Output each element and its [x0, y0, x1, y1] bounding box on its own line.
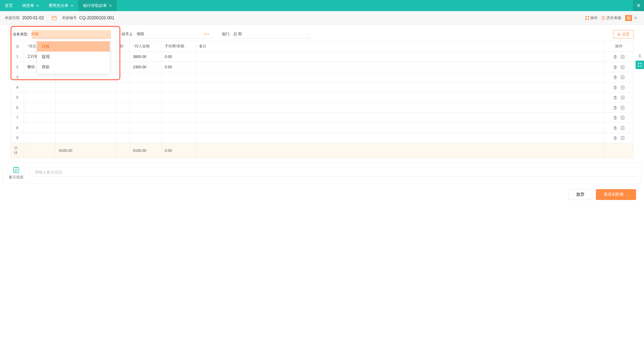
- delete-row-button[interactable]: [611, 105, 619, 110]
- tab-sales[interactable]: 销货单✕: [17, 0, 44, 11]
- cell-remark[interactable]: [196, 52, 604, 62]
- cell-out-amount[interactable]: [56, 123, 117, 133]
- operations-button[interactable]: 操作: [585, 16, 598, 20]
- dropdown-option-transfer[interactable]: 转账: [37, 41, 110, 52]
- delete-row-button[interactable]: [611, 136, 619, 140]
- cell-fee[interactable]: [162, 92, 196, 102]
- view-list-button[interactable]: [625, 15, 632, 21]
- cell-fee[interactable]: [162, 123, 196, 133]
- cell-out-amount[interactable]: [56, 102, 117, 112]
- cell-remark[interactable]: [196, 82, 604, 92]
- delete-row-button[interactable]: [611, 115, 619, 120]
- cell-remark[interactable]: [196, 123, 604, 133]
- view-compact-button[interactable]: [632, 15, 639, 21]
- cell-remark[interactable]: [196, 113, 604, 123]
- cell-partial[interactable]: [117, 102, 130, 112]
- discard-button[interactable]: 放弃: [568, 189, 592, 200]
- history-button[interactable]: 历史单据: [601, 16, 621, 20]
- cell-fee[interactable]: [162, 102, 196, 112]
- cell-out-amount[interactable]: [56, 113, 117, 123]
- cell-in-amount[interactable]: [130, 92, 162, 102]
- table-row[interactable]: 6: [11, 102, 633, 112]
- cell-out-amount[interactable]: [56, 82, 117, 92]
- save-new-button[interactable]: 保存&新增 ︿: [596, 189, 636, 200]
- table-row[interactable]: 4: [11, 82, 633, 92]
- cell-out-account[interactable]: [24, 82, 56, 92]
- tab-bank-deposit[interactable]: 银行存取款单✕: [78, 0, 117, 11]
- add-row-button[interactable]: [619, 115, 626, 120]
- gear-col-header[interactable]: [11, 41, 24, 52]
- remark-input[interactable]: [35, 168, 636, 177]
- add-row-button[interactable]: [619, 75, 626, 79]
- biz-type-select[interactable]: 转账 ︿: [31, 30, 111, 38]
- cell-fee[interactable]: 0.00: [162, 62, 196, 72]
- dropdown-option-withdraw[interactable]: 提现: [37, 52, 110, 62]
- cell-partial[interactable]: [117, 52, 130, 62]
- cell-partial[interactable]: [117, 133, 130, 143]
- cell-out-account[interactable]: [24, 102, 56, 112]
- gear-icon: [15, 44, 20, 49]
- tab-expense[interactable]: 费用支出单✕: [44, 0, 78, 11]
- cell-partial[interactable]: [117, 72, 130, 82]
- cell-remark[interactable]: [196, 92, 604, 102]
- cell-in-amount[interactable]: [130, 133, 162, 143]
- add-row-button[interactable]: [619, 136, 626, 140]
- table-row[interactable]: 9: [11, 133, 633, 143]
- cell-in-amount[interactable]: 2300.00: [130, 62, 162, 72]
- cell-out-amount[interactable]: [56, 92, 117, 102]
- delete-row-button[interactable]: [611, 85, 619, 89]
- cell-fee[interactable]: 0.00: [162, 52, 196, 62]
- cell-remark[interactable]: [196, 72, 604, 82]
- delete-row-button[interactable]: [611, 65, 619, 69]
- table-row[interactable]: 8: [11, 123, 633, 133]
- cell-fee[interactable]: [162, 72, 196, 82]
- close-icon[interactable]: ✕: [71, 4, 73, 8]
- cell-in-amount[interactable]: [130, 102, 162, 112]
- table-row[interactable]: 5: [11, 92, 633, 102]
- close-icon[interactable]: ✕: [109, 4, 112, 8]
- handler-select[interactable]: 张阳 •••: [137, 30, 211, 38]
- expand-button[interactable]: [636, 61, 644, 69]
- cell-out-account[interactable]: [24, 113, 56, 123]
- cell-in-amount[interactable]: [130, 82, 162, 92]
- add-row-button[interactable]: [619, 125, 626, 130]
- cell-in-amount[interactable]: [130, 123, 162, 133]
- cell-remark[interactable]: [196, 102, 604, 112]
- date-value[interactable]: 2020-01-02: [22, 16, 44, 20]
- cell-partial[interactable]: [117, 113, 130, 123]
- cell-in-amount[interactable]: 3800.00: [130, 52, 162, 62]
- cell-remark[interactable]: [196, 62, 604, 72]
- table-row[interactable]: 7: [11, 113, 633, 123]
- add-row-button[interactable]: [619, 85, 626, 89]
- delete-row-button[interactable]: [611, 75, 619, 79]
- cell-remark[interactable]: [196, 133, 604, 143]
- cell-partial[interactable]: [117, 82, 130, 92]
- attachment-button[interactable]: [636, 52, 644, 60]
- close-panel-button[interactable]: ✕: [633, 0, 644, 11]
- cell-in-amount[interactable]: [130, 72, 162, 82]
- close-icon[interactable]: ✕: [36, 4, 39, 8]
- cell-in-amount[interactable]: [130, 113, 162, 123]
- cell-out-account[interactable]: [24, 123, 56, 133]
- dept-select[interactable]: 总部 ﹀: [233, 30, 312, 38]
- cell-partial[interactable]: [117, 123, 130, 133]
- add-row-button[interactable]: [619, 95, 626, 99]
- delete-row-button[interactable]: [611, 54, 619, 58]
- cell-partial[interactable]: [117, 92, 130, 102]
- cell-fee[interactable]: [162, 133, 196, 143]
- cell-fee[interactable]: [162, 113, 196, 123]
- cell-fee[interactable]: [162, 82, 196, 92]
- cell-out-account[interactable]: [24, 133, 56, 143]
- settings-button[interactable]: 设置: [613, 30, 633, 38]
- tab-home[interactable]: 首页: [0, 0, 17, 11]
- delete-row-button[interactable]: [611, 95, 619, 99]
- cell-partial[interactable]: [117, 62, 130, 72]
- cell-out-account[interactable]: [24, 92, 56, 102]
- add-row-button[interactable]: [619, 105, 626, 110]
- add-row-button[interactable]: [619, 54, 626, 58]
- add-row-button[interactable]: [619, 65, 626, 69]
- delete-row-button[interactable]: [611, 125, 619, 130]
- cell-out-amount[interactable]: [56, 133, 117, 143]
- dropdown-option-deposit[interactable]: 存款: [37, 62, 110, 72]
- calendar-icon[interactable]: [52, 16, 57, 20]
